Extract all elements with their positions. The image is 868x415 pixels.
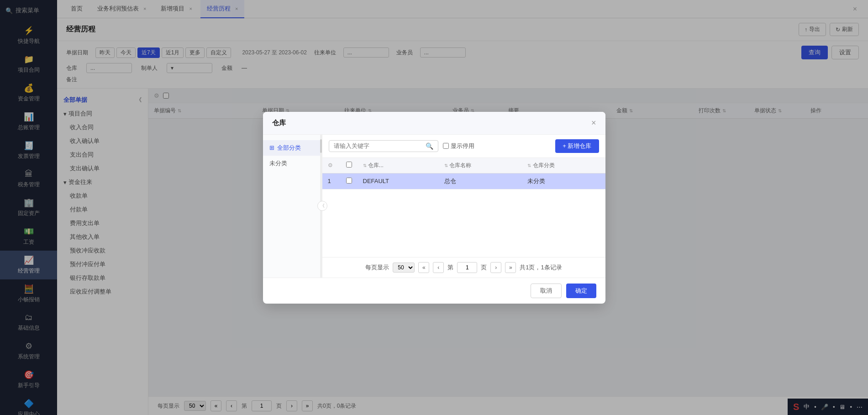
modal-footer: 取消 确定: [263, 278, 605, 304]
row-num: 1: [322, 173, 341, 189]
collapse-icon: 《: [320, 203, 325, 209]
warehouse-search-input[interactable]: [334, 142, 423, 149]
modal-page-last-btn[interactable]: »: [505, 262, 516, 273]
modal-page-input[interactable]: [457, 262, 477, 273]
table-row[interactable]: 1 DEFAULT 总仓 未分类: [322, 173, 605, 189]
modal-sidebar-collapse-btn[interactable]: 《: [317, 201, 327, 211]
th-checkbox: [341, 158, 358, 173]
modal-page-prefix: 第: [447, 263, 453, 272]
modal-per-page-label: 每页显示: [365, 263, 389, 272]
modal-sidebar-scrollbar-thumb: [320, 139, 322, 153]
modal-pagination: 每页显示 50 « ‹ 第 页 › » 共1页，1条记录: [322, 257, 605, 278]
row-checkbox: [341, 173, 358, 189]
modal-close-button[interactable]: ×: [591, 118, 596, 128]
th-gear: ⚙: [322, 158, 341, 173]
modal-total-label: 共1页，1条记录: [520, 263, 562, 272]
modal-sidebar-item-uncategorized[interactable]: 未分类: [263, 156, 322, 171]
modal-page-suffix: 页: [481, 263, 487, 272]
modal-toolbar: 🔍 显示停用 + 新增仓库: [322, 135, 605, 158]
confirm-button[interactable]: 确定: [566, 284, 596, 298]
modal-page-prev-btn[interactable]: ‹: [433, 262, 444, 273]
modal-sidebar-all-label: 全部分类: [277, 144, 301, 152]
modal-sidebar-item-all[interactable]: ⊞ 全部分类: [263, 140, 322, 156]
table-gear-icon2[interactable]: ⚙: [328, 162, 333, 168]
row-name: 总仓: [439, 173, 522, 189]
modal-body: ⊞ 全部分类 未分类 《 🔍: [263, 135, 605, 278]
row-select-checkbox[interactable]: [346, 178, 352, 184]
modal-select-all[interactable]: [346, 162, 352, 168]
modal-sidebar: ⊞ 全部分类 未分类 《: [263, 135, 322, 278]
modal-table: ⚙ ⇅ 仓库... ⇅ 仓库名称 ⇅: [322, 158, 605, 257]
modal-table-body: 1 DEFAULT 总仓 未分类: [322, 173, 605, 189]
modal-main: 🔍 显示停用 + 新增仓库 ⚙: [322, 135, 605, 278]
modal-sidebar-uncategorized-label: 未分类: [269, 159, 287, 168]
row-code: DEFAULT: [358, 173, 439, 189]
th-warehouse-code: ⇅ 仓库...: [358, 158, 439, 173]
search-icon: 🔍: [426, 142, 433, 150]
modal-title: 仓库: [272, 119, 286, 127]
add-warehouse-button[interactable]: + 新增仓库: [555, 139, 599, 153]
th-warehouse-category: ⇅ 仓库分类: [522, 158, 605, 173]
warehouse-modal: 仓库 × ⊞ 全部分类 未分类 《: [263, 112, 605, 304]
cancel-button[interactable]: 取消: [531, 284, 562, 298]
modal-page-next-btn[interactable]: ›: [490, 262, 501, 273]
row-category: 未分类: [522, 173, 605, 189]
show-disabled-checkbox[interactable]: [443, 143, 449, 149]
modal-header: 仓库 ×: [263, 112, 605, 135]
th-warehouse-name: ⇅ 仓库名称: [439, 158, 522, 173]
modal-per-page-select[interactable]: 50: [393, 263, 415, 273]
modal-page-first-btn[interactable]: «: [418, 262, 429, 273]
grid-icon: ⊞: [269, 144, 274, 151]
modal-table-header: ⚙ ⇅ 仓库... ⇅ 仓库名称 ⇅: [322, 158, 605, 173]
show-disabled-label[interactable]: 显示停用: [443, 142, 474, 150]
search-input-wrap: 🔍: [329, 140, 438, 152]
